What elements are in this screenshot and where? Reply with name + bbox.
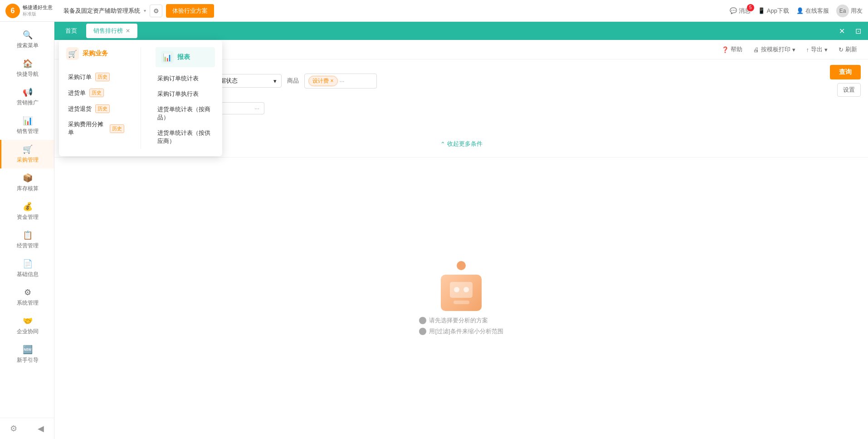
sidebar-item-search[interactable]: 🔍 搜索菜单 [0,25,54,54]
sidebar-item-quick-nav[interactable]: 🏠 快捷导航 [0,54,54,83]
app-download-label: App下载 [767,7,789,15]
report-1-label: 采购订单统计表 [157,74,199,83]
tab-home[interactable]: 首页 [58,24,84,38]
sidebar-item-enterprise[interactable]: 🤝 企业协同 [0,311,54,340]
sidebar-item-marketing[interactable]: 📢 营销推广 [0,83,54,111]
goods-filter[interactable]: 设计费 × ··· [304,74,377,89]
sidebar-footer: ⚙ ◀ [0,418,54,439]
dropdown-item-report-4[interactable]: 进货单统计表（按供应商） [156,125,215,149]
help-btn[interactable]: ❓ 帮助 [718,44,746,55]
user-label: 用友 [851,7,863,15]
report-4-label: 进货单统计表（按供应商） [157,129,214,145]
user-btn[interactable]: Ea 用友 [836,5,863,17]
help-icon: ❓ [722,46,729,53]
collapse-up-icon: ⌃ [440,141,445,148]
sidebar-item-sales[interactable]: 📊 销售管理 [0,111,54,140]
goods-ellipsis[interactable]: ··· [340,78,345,84]
sidebar-label-finance: 资金管理 [17,213,39,221]
salesperson-ellipsis: ··· [254,105,259,112]
purchase-icon: 🛒 [23,144,33,154]
logo-icon: 6 [5,4,20,18]
purchase-col: 🛒 采购业务 采购订单 历史 进货单 历史 进货退货 历史 采购费用分摊单 历史 [66,47,126,149]
logo-sub: 标准版 [23,11,53,17]
sidebar-item-purchase[interactable]: 🛒 采购管理 [0,140,54,168]
sidebar-label-system: 系统管理 [17,299,39,307]
purchase-order-label: 采购订单 [68,73,92,81]
print-dropdown-icon: ▾ [792,46,795,53]
phone-icon: 📱 [758,7,765,14]
hint2-dot: ② [419,328,426,335]
tab-actions: ✕ ⊡ [835,25,864,37]
sidebar-label-inventory: 库存核算 [17,185,39,192]
sidebar-label-enterprise: 企业协同 [17,328,39,335]
sales-icon: 📊 [23,116,33,126]
hint1-text: 请先选择要分析的方案 [429,316,488,325]
online-service-btn[interactable]: 👤 在线客服 [796,7,829,15]
sidebar-item-system[interactable]: ⚙ 系统管理 [0,283,54,311]
report-col-title: 报表 [177,53,190,61]
experience-button[interactable]: 体验行业方案 [166,4,214,18]
col-divider [141,47,141,149]
system-dropdown-arrow[interactable]: ▾ [144,8,146,13]
collapse-label: 收起更多条件 [447,140,483,148]
dropdown-item-purchase-order[interactable]: 采购订单 历史 [66,69,126,85]
tab-restore-btn[interactable]: ⊡ [852,25,864,37]
operation-icon: 📋 [23,230,33,240]
sidebar-item-inventory[interactable]: 📦 库存核算 [0,168,54,197]
history-badge-3: 历史 [95,104,110,113]
service-icon: 👤 [796,7,804,14]
system-icon: ⚙ [24,287,31,297]
dropdown-item-purchase-receive[interactable]: 进货单 历史 [66,85,126,101]
header-settings-btn[interactable]: ⚙ [150,5,162,17]
sidebar-item-basic[interactable]: 📄 基础信息 [0,254,54,283]
help-label: 帮助 [731,45,742,54]
inventory-icon: 📦 [23,173,33,183]
print-label: 按模板打印 [761,45,790,54]
tab-close-all-btn[interactable]: ✕ [835,25,848,37]
sidebar-label-operation: 经营管理 [17,242,39,250]
sidebar-label-guide: 新手引导 [17,356,39,364]
sidebar-item-finance[interactable]: 💰 资金管理 [0,197,54,226]
empty-hints: ① 请先选择要分析的方案 ② 用[过滤]条件来缩小分析范围 [419,316,503,335]
tab-close-icon[interactable]: ✕ [126,28,130,34]
query-button[interactable]: 查询 [830,65,861,79]
empty-hint-2: ② 用[过滤]条件来缩小分析范围 [419,327,503,335]
settings-action-btn[interactable]: 设置 [837,83,861,97]
robot-head [457,261,466,270]
report-col-icon: 📊 [161,51,174,64]
export-dropdown-icon: ▾ [824,46,828,53]
dropdown-item-purchase-return[interactable]: 进货退货 历史 [66,101,126,117]
export-btn[interactable]: ↑ 导出 ▾ [803,44,832,55]
goods-tag-design[interactable]: 设计费 × [308,76,337,86]
dropdown-item-purchase-expense[interactable]: 采购费用分摊单 历史 [66,117,126,140]
sidebar-item-operation[interactable]: 📋 经营管理 [0,226,54,254]
doc-status-arrow: ▾ [273,78,277,84]
print-btn[interactable]: 🖨 按模板打印 ▾ [750,44,799,55]
history-badge-4: 历史 [110,124,124,133]
refresh-btn[interactable]: ↻ 刷新 [835,44,861,55]
logo-name: 畅捷通好生意 [23,4,53,10]
purchase-col-header: 🛒 采购业务 [66,47,126,64]
report-3-label: 进货单统计表（按商品） [157,105,214,122]
marketing-icon: 📢 [23,87,33,97]
messages-btn[interactable]: 💬 消息 5 [730,7,751,15]
system-title: 装备及固定资产辅助管理系统 [63,7,140,15]
tab-sales-ranking[interactable]: 销售排行榜 ✕ [86,24,137,38]
export-icon: ↑ [806,46,809,53]
purchase-receive-label: 进货单 [68,89,86,97]
sidebar-collapse-btn[interactable]: ◀ [38,424,44,434]
refresh-label: 刷新 [845,45,857,54]
user-avatar: Ea [836,5,849,17]
sidebar-settings-btn[interactable]: ⚙ [10,424,17,434]
purchase-return-label: 进货退货 [68,105,92,113]
dropdown-item-report-2[interactable]: 采购订单执行表 [156,86,215,102]
report-col: 📊 报表 采购订单统计表 采购订单执行表 进货单统计表（按商品） 进货单统计表（… [156,47,215,149]
basic-icon: 📄 [23,259,33,269]
app-download-btn[interactable]: 📱 App下载 [758,7,789,15]
dropdown-item-report-1[interactable]: 采购订单统计表 [156,71,215,86]
home-icon: 🏠 [23,59,33,69]
dropdown-item-report-3[interactable]: 进货单统计表（按商品） [156,102,215,125]
sidebar-item-guide[interactable]: 🆕 新手引导 [0,340,54,369]
messages-badge: 5 [747,4,754,11]
dropdown-cols: 🛒 采购业务 采购订单 历史 进货单 历史 进货退货 历史 采购费用分摊单 历史 [66,47,215,149]
